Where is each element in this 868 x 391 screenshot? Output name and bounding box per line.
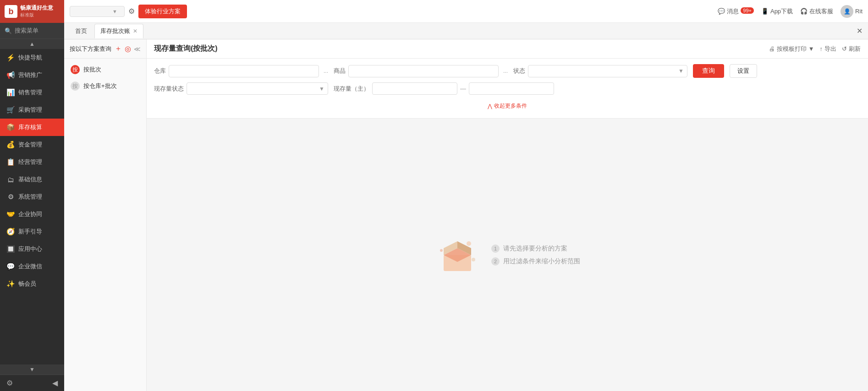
- wechat-icon: 💬: [6, 262, 15, 271]
- tab-close-icon[interactable]: ✕: [133, 28, 137, 34]
- inventory-qty-max-input[interactable]: [469, 82, 554, 95]
- user-profile[interactable]: 👤 Rit: [841, 5, 863, 18]
- tab-panel-close-icon[interactable]: ✕: [857, 27, 863, 35]
- tab-batch-inventory-label: 库存批次账: [100, 27, 130, 35]
- filter-warehouse: 仓库 ...: [154, 65, 328, 77]
- sidebar-item-label: 新手引导: [18, 228, 42, 236]
- sidebar-item-label: 销售管理: [18, 88, 42, 97]
- message-label: 消息: [727, 7, 739, 16]
- plan-list: 按 按批次 按 按仓库+批次: [64, 59, 146, 97]
- empty-icon: [434, 232, 480, 278]
- sidebar-search-label: 搜索菜单: [15, 27, 38, 35]
- tab-home-label: 首页: [75, 27, 87, 35]
- export-btn[interactable]: ↑ 导出: [820, 45, 837, 53]
- print-icon: 🖨: [769, 45, 775, 52]
- tab-batch-inventory[interactable]: 库存批次账 ✕: [94, 24, 143, 38]
- empty-svg: [434, 232, 480, 278]
- avatar: 👤: [841, 5, 853, 18]
- print-template-btn[interactable]: 🖨 按模板打印 ▼: [769, 45, 814, 53]
- message-btn[interactable]: 💬 消息 99+: [718, 7, 754, 16]
- left-panel: 按以下方案查询 ＋ ◎ ≪ 按 按批次 按 按仓库+批次: [64, 39, 147, 391]
- warehouse-more-icon[interactable]: ...: [324, 68, 328, 74]
- sidebar-item-enterprise[interactable]: 🤝 企业协同: [0, 206, 64, 223]
- sidebar-item-marketing[interactable]: 📢 营销推广: [0, 66, 64, 84]
- topbar-dropdown-arrow-icon[interactable]: ▼: [112, 9, 117, 14]
- topbar-left: ▼ ⚙ 体验行业方案: [70, 5, 713, 18]
- inventory-qty-min-input[interactable]: [372, 82, 457, 95]
- app-logo: b: [5, 5, 17, 18]
- sidebar-item-purchase[interactable]: 🛒 采购管理: [0, 101, 64, 119]
- collapse-filter-btn[interactable]: ⋀ 收起更多条件: [154, 99, 861, 113]
- sidebar-item-label: 经营管理: [18, 158, 42, 166]
- refresh-label: 刷新: [849, 45, 861, 53]
- sidebar-item-apps[interactable]: 🔲 应用中心: [0, 240, 64, 258]
- settings-plan-icon[interactable]: ◎: [125, 44, 131, 53]
- finance-icon: 💰: [6, 141, 15, 149]
- sidebar-item-inventory[interactable]: 📦 库存核算: [0, 119, 64, 136]
- sidebar-item-finance[interactable]: 💰 资金管理: [0, 136, 64, 153]
- empty-num-2: 2: [491, 257, 500, 266]
- collapse-sidebar-icon[interactable]: ◀: [52, 379, 58, 387]
- page-title: 现存量查询(按批次): [154, 44, 218, 54]
- main-area: ▼ ⚙ 体验行业方案 💬 消息 99+ 📱 App下载 🎧 在线客服 👤: [64, 0, 868, 391]
- app-download-icon: 📱: [761, 8, 769, 15]
- sidebar-item-quick-nav[interactable]: ⚡ 快捷导航: [0, 49, 64, 66]
- warehouse-label: 仓库: [154, 67, 166, 75]
- add-plan-icon[interactable]: ＋: [115, 44, 122, 54]
- empty-hint-2: 2 用过滤条件来缩小分析范围: [491, 257, 580, 266]
- empty-hint-2-text: 用过滤条件来缩小分析范围: [503, 257, 580, 266]
- app-download-btn[interactable]: 📱 App下载: [761, 7, 793, 16]
- query-button[interactable]: 查询: [693, 64, 724, 78]
- sidebar-item-basic[interactable]: 🗂 基础信息: [0, 171, 64, 188]
- status-select[interactable]: [528, 65, 687, 77]
- sidebar-item-member[interactable]: ✨ 畅会员: [0, 275, 64, 293]
- inventory-status-select[interactable]: [187, 82, 328, 95]
- app-title-block: 畅康通好生意 标准版: [20, 5, 53, 18]
- left-panel-actions: ＋ ◎ ≪: [115, 44, 141, 54]
- collapse-filter-icon: ⋀: [488, 103, 492, 109]
- empty-num-1: 1: [491, 244, 500, 253]
- sidebar-item-guide[interactable]: 🧭 新手引导: [0, 223, 64, 240]
- topbar-search-input[interactable]: [74, 8, 110, 15]
- refresh-btn[interactable]: ↺ 刷新: [842, 45, 861, 53]
- operations-icon: 📋: [6, 158, 15, 166]
- main-body: 1 请先选择要分析的方案 2 用过滤条件来缩小分析范围: [147, 119, 868, 391]
- plan-active-icon: 按: [71, 65, 80, 74]
- plan-item-by-warehouse-batch[interactable]: 按 按仓库+批次: [64, 78, 146, 94]
- sidebar-item-system[interactable]: ⚙ 系统管理: [0, 188, 64, 206]
- right-content: 现存量查询(按批次) 🖨 按模板打印 ▼ ↑ 导出 ↺ 刷新: [147, 39, 868, 391]
- sidebar-scroll-up[interactable]: ▲: [0, 39, 64, 49]
- plan-label: 按仓库+批次: [83, 82, 117, 90]
- sidebar-item-wechat[interactable]: 💬 企业微信: [0, 258, 64, 275]
- warehouse-input[interactable]: [169, 65, 319, 77]
- export-label: 导出: [824, 45, 836, 53]
- purchase-icon: 🛒: [6, 106, 15, 114]
- sidebar-scroll-down[interactable]: ▼: [0, 364, 64, 375]
- experience-btn[interactable]: 体验行业方案: [138, 5, 187, 18]
- app-name: 畅康通好生意: [20, 5, 53, 12]
- message-badge: 99+: [741, 7, 754, 14]
- inventory-icon: 📦: [6, 123, 15, 131]
- sidebar-item-operations[interactable]: 📋 经营管理: [0, 153, 64, 171]
- settings-button[interactable]: 设置: [730, 64, 757, 78]
- collapse-panel-icon[interactable]: ≪: [134, 45, 141, 53]
- tab-home[interactable]: 首页: [70, 24, 93, 38]
- sidebar-item-label: 资金管理: [18, 141, 42, 149]
- product-more-icon[interactable]: ...: [503, 68, 508, 74]
- plan-item-by-batch[interactable]: 按 按批次: [64, 61, 146, 78]
- sidebar-item-label: 系统管理: [18, 193, 42, 201]
- topbar-gear-icon[interactable]: ⚙: [128, 7, 135, 16]
- sidebar-item-label: 企业微信: [18, 262, 42, 271]
- sidebar-item-sales[interactable]: 📊 销售管理: [0, 84, 64, 101]
- svg-point-6: [472, 258, 475, 261]
- sidebar-search[interactable]: 🔍 搜索菜单: [0, 23, 64, 39]
- settings-footer-icon[interactable]: ⚙: [6, 379, 13, 387]
- apps-icon: 🔲: [6, 245, 15, 253]
- left-panel-header: 按以下方案查询 ＋ ◎ ≪: [64, 39, 146, 59]
- tabs-bar: 首页 库存批次账 ✕ ✕: [64, 23, 868, 39]
- print-dropdown-icon[interactable]: ▼: [808, 45, 814, 52]
- topbar-search-wrapper[interactable]: ▼: [70, 6, 125, 17]
- sidebar-item-label: 营销推广: [18, 71, 42, 79]
- customer-service-btn[interactable]: 🎧 在线客服: [800, 7, 833, 16]
- product-input[interactable]: [348, 65, 499, 77]
